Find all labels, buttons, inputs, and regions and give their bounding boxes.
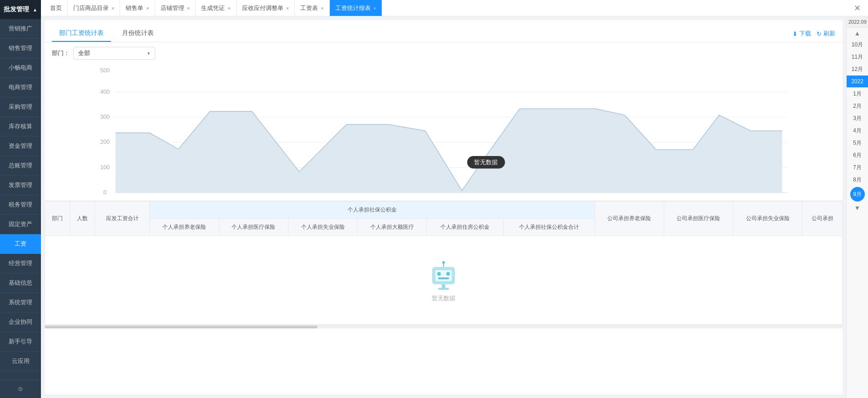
tab-店铺管理[interactable]: 店铺管理× [155, 0, 196, 16]
sidebar-item-云应用[interactable]: 云应用 [0, 352, 41, 371]
download-button[interactable]: ⬇ 下载 [792, 30, 811, 38]
th-total-wage: 应发工资合计 [95, 202, 150, 236]
date-panel-up-nav[interactable]: ▲ [847, 28, 868, 39]
sidebar-item-发票管理[interactable]: 发票管理 [0, 176, 41, 195]
th-company-pension: 公司承担养老保险 [595, 202, 664, 236]
date-month-11月[interactable]: 11月 [847, 51, 868, 63]
tab-close-icon[interactable]: × [187, 5, 190, 11]
date-month-4月[interactable]: 4月 [847, 125, 868, 137]
date-panel-down-nav[interactable]: ▼ [847, 202, 868, 213]
th-personal-pension: 个人承担养老保险 [150, 219, 219, 236]
th-company-unemployment: 公司承担失业保险 [733, 202, 802, 236]
sidebar-item-系统管理[interactable]: 系统管理 [0, 293, 41, 312]
date-month-12月[interactable]: 12月 [847, 63, 868, 76]
sidebar-header[interactable]: 批发管理 ▲ [0, 0, 41, 19]
tab-销售单[interactable]: 销售单× [120, 0, 155, 16]
th-personal-medical: 个人承担医疗保险 [219, 219, 288, 236]
date-month-7月[interactable]: 7月 [847, 161, 868, 174]
settings-icon: ⚙ [18, 386, 23, 393]
svg-point-17 [446, 272, 450, 276]
table-area[interactable]: 部门 人数 应发工资合计 个人承担社保公积金 公司承担养老保险 公司承担医疗保险… [45, 201, 843, 394]
dept-select[interactable]: 全部 ▾ [73, 47, 155, 60]
tab-生成凭证[interactable]: 生成凭证× [196, 0, 236, 16]
dept-select-value: 全部 [78, 49, 90, 57]
dept-toolbar: 部门： 全部 ▾ [45, 42, 843, 64]
tab-close-icon[interactable]: × [373, 5, 376, 11]
tab-应收应付调整单[interactable]: 应收应付调整单× [237, 0, 295, 16]
sidebar-item-资金管理[interactable]: 资金管理 [0, 136, 41, 156]
tab-close-icon[interactable]: × [227, 5, 230, 11]
dept-label: 部门： [52, 49, 70, 57]
sidebar-item-库存核算[interactable]: 库存核算 [0, 117, 41, 136]
svg-text:100: 100 [100, 164, 110, 171]
sidebar-item-工资[interactable]: 工资 [0, 234, 41, 254]
date-month-6月[interactable]: 6月 [847, 149, 868, 161]
date-month-1月[interactable]: 1月 [847, 88, 868, 100]
tab-首页[interactable]: 首页 [45, 0, 68, 16]
th-personal-large-medical: 个人承担大额医疗 [358, 219, 427, 236]
stats-table: 部门 人数 应发工资合计 个人承担社保公积金 公司承担养老保险 公司承担医疗保险… [45, 201, 843, 325]
tab-工资表[interactable]: 工资表× [295, 0, 329, 16]
toolbar-right: ⬇ 下载 ↻ 刷新 [792, 30, 835, 38]
tab-门店商品目录[interactable]: 门店商品目录× [68, 0, 120, 16]
tab-close-icon[interactable]: × [111, 5, 114, 11]
sidebar-item-营销推广[interactable]: 营销推广 [0, 19, 41, 39]
date-month-9月[interactable]: 9月 [850, 187, 865, 202]
tab-工资统计报表[interactable]: 工资统计报表× [330, 0, 382, 16]
sidebar-item-基础信息[interactable]: 基础信息 [0, 273, 41, 293]
chevron-down-icon: ▾ [147, 50, 150, 56]
chart-svg: 0 100 200 300 400 500 [52, 64, 835, 201]
sidebar-item-经营管理[interactable]: 经营管理 [0, 254, 41, 273]
th-personal-unemployment: 个人承担失业保险 [288, 219, 357, 236]
svg-rect-15 [435, 270, 452, 281]
tab-close-icon[interactable]: × [146, 5, 149, 11]
refresh-button[interactable]: ↻ 刷新 [817, 30, 835, 38]
svg-rect-18 [438, 277, 449, 279]
date-month-2月[interactable]: 2月 [847, 100, 868, 112]
svg-point-22 [442, 261, 445, 264]
tab-close-icon[interactable]: × [286, 5, 289, 11]
svg-rect-19 [442, 284, 445, 288]
sidebar-title: 批发管理 [4, 5, 29, 14]
sidebar-footer-settings[interactable]: ⚙ [0, 380, 41, 398]
table-empty-cell: 暂无数据 [45, 236, 843, 325]
svg-point-16 [437, 272, 441, 276]
tab-bar: 首页门店商品目录×销售单×店铺管理×生成凭证×应收应付调整单×工资表×工资统计报… [41, 0, 868, 16]
sidebar-item-电商管理[interactable]: 电商管理 [0, 78, 41, 97]
th-company-medical: 公司承担医疗保险 [664, 202, 733, 236]
sidebar-item-总账管理[interactable]: 总账管理 [0, 156, 41, 176]
date-month-8月[interactable]: 8月 [847, 174, 868, 186]
date-month-3月[interactable]: 3月 [847, 112, 868, 125]
svg-text:500: 500 [100, 67, 110, 74]
sidebar-item-税务管理[interactable]: 税务管理 [0, 195, 41, 215]
tab-close-icon[interactable]: × [321, 5, 323, 11]
date-month-5月[interactable]: 5月 [847, 137, 868, 149]
chart-area: 0 100 200 300 400 500 [45, 64, 843, 201]
refresh-label: 刷新 [823, 30, 835, 38]
sidebar-item-销售管理[interactable]: 销售管理 [0, 39, 41, 58]
download-label: 下载 [799, 30, 811, 38]
sidebar-item-企业协同[interactable]: 企业协同 [0, 312, 41, 332]
svg-text:200: 200 [100, 139, 110, 145]
date-month-2022[interactable]: 2022 [847, 76, 868, 88]
th-company-other: 公司承担 [802, 202, 843, 236]
th-personal-total: 个人承担社保公积金合计 [503, 219, 595, 236]
sidebar-item-固定资产[interactable]: 固定资产 [0, 215, 41, 234]
tab-bar-close-icon[interactable]: ✕ [850, 3, 864, 13]
svg-text:400: 400 [100, 89, 110, 95]
refresh-icon: ↻ [817, 30, 822, 37]
svg-rect-20 [438, 288, 449, 290]
sub-tab-部门工资统计表[interactable]: 部门工资统计表 [52, 25, 111, 42]
date-month-10月[interactable]: 10月 [847, 39, 868, 51]
sidebar-collapse-icon: ▲ [33, 7, 37, 12]
sidebar-item-新手引导[interactable]: 新手引导 [0, 332, 41, 352]
sidebar: 批发管理 ▲ 营销推广销售管理小畅电商电商管理采购管理库存核算资金管理总账管理发… [0, 0, 41, 398]
svg-text:暂无数据: 暂无数据 [474, 159, 498, 166]
sidebar-item-采购管理[interactable]: 采购管理 [0, 97, 41, 117]
sidebar-item-小畅电商[interactable]: 小畅电商 [0, 58, 41, 78]
date-months-container: 10月11月12月20221月2月3月4月5月6月7月8月9月 [847, 39, 868, 202]
empty-text: 暂无数据 [432, 294, 455, 302]
sub-tabs-container: 部门工资统计表月份统计表 [52, 25, 792, 42]
content-area: 部门工资统计表月份统计表 ⬇ 下载 ↻ 刷新 部门： [41, 16, 868, 398]
sub-tab-月份统计表[interactable]: 月份统计表 [115, 25, 161, 42]
